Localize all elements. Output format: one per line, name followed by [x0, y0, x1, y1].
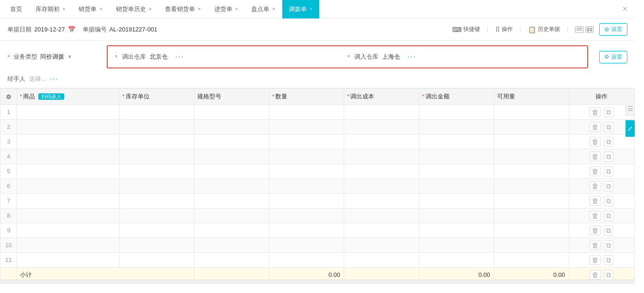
history-btn[interactable]: 📋 历史单据 — [528, 25, 560, 33]
row-cost-3[interactable] — [344, 134, 419, 149]
row-goods-7[interactable] — [17, 194, 120, 208]
tab-sales-history-close[interactable]: × — [149, 6, 152, 12]
row-goods-6[interactable] — [17, 179, 120, 194]
row-cost-1[interactable] — [344, 105, 419, 120]
copy-icon-1[interactable]: ⧉ — [604, 107, 614, 117]
row-cost-7[interactable] — [344, 194, 419, 208]
tab-transfer-close[interactable]: × — [310, 6, 312, 12]
tab-view-sales[interactable]: 查看销货单 × — [158, 0, 207, 18]
handler-more[interactable]: ··· — [50, 75, 59, 83]
copy-icon-3[interactable]: ⧉ — [604, 137, 614, 147]
out-warehouse-more[interactable]: ··· — [175, 53, 184, 61]
delete-icon-2[interactable]: 🗑 — [589, 122, 601, 132]
view-toggle-list[interactable] — [575, 26, 583, 33]
tab-purchase-order[interactable]: 进货单 × — [208, 0, 245, 18]
tab-view-sales-close[interactable]: × — [198, 6, 200, 12]
tab-sales-order[interactable]: 销货单 × — [72, 0, 109, 18]
in-warehouse-value[interactable]: 上海仓 — [382, 53, 400, 61]
row-cost-11[interactable] — [344, 253, 419, 268]
row-goods-11[interactable] — [17, 253, 120, 268]
delete-icon-1[interactable]: 🗑 — [589, 107, 601, 117]
copy-icon-9[interactable]: ⧉ — [604, 226, 614, 236]
subtotal-copy-icon[interactable]: ⧉ — [604, 270, 614, 280]
shortcuts-btn[interactable]: ⌨ 快捷键 — [452, 25, 480, 33]
row-qty-4[interactable] — [269, 149, 344, 164]
biz-type-dropdown[interactable]: 同价调拨 ▼ — [40, 53, 96, 61]
out-warehouse-value[interactable]: 北京仓 — [150, 53, 168, 61]
in-warehouse-more[interactable]: ··· — [407, 53, 416, 61]
row-goods-9[interactable] — [17, 223, 120, 238]
row-cost-4[interactable] — [344, 149, 419, 164]
tab-inventory-close[interactable]: × — [272, 6, 275, 12]
row-cost-5[interactable] — [344, 164, 419, 179]
delete-icon-4[interactable]: 🗑 — [589, 152, 601, 161]
doc-date-value[interactable]: 2019-12-27 — [34, 26, 65, 33]
column-settings-icon[interactable]: ⚙ — [6, 93, 12, 100]
copy-icon-11[interactable]: ⧉ — [604, 255, 614, 265]
row-qty-9[interactable] — [269, 223, 344, 238]
delete-icon-3[interactable]: 🗑 — [589, 137, 601, 146]
delete-icon-10[interactable]: 🗑 — [589, 240, 601, 250]
copy-icon-2[interactable]: ⧉ — [604, 122, 614, 132]
tab-transfer-label: 调拨单 — [289, 5, 307, 13]
row-qty-6[interactable] — [269, 179, 344, 194]
table-row: 9 🗑 ⧉ — [0, 223, 635, 238]
copy-icon-8[interactable]: ⧉ — [604, 211, 614, 221]
row-goods-10[interactable] — [17, 238, 120, 253]
row-cost-8[interactable] — [344, 208, 419, 223]
horizontal-scrollbar[interactable] — [0, 280, 635, 284]
sidebar-expand-icon[interactable]: ⤢ — [626, 120, 635, 137]
warehouse-box: * 调出仓库 北京仓 ··· * 调入仓库 上海仓 ··· — [107, 45, 588, 68]
row-unit-6 — [119, 179, 194, 194]
copy-icon-7[interactable]: ⧉ — [604, 196, 614, 206]
row-qty-5[interactable] — [269, 164, 344, 179]
row-qty-10[interactable] — [269, 238, 344, 253]
row-qty-7[interactable] — [269, 194, 344, 208]
tab-sales-history[interactable]: 销货单历史 × — [109, 0, 158, 18]
row-goods-2[interactable] — [17, 120, 120, 134]
tab-purchase-order-close[interactable]: × — [235, 6, 238, 12]
delete-icon-11[interactable]: 🗑 — [589, 255, 601, 265]
tab-sales-order-close[interactable]: × — [99, 6, 102, 12]
row-qty-8[interactable] — [269, 208, 344, 223]
row-goods-8[interactable] — [17, 208, 120, 223]
doc-no-value: AL-20191227-001 — [109, 26, 158, 33]
row-goods-5[interactable] — [17, 164, 120, 179]
row-cost-10[interactable] — [344, 238, 419, 253]
row-qty-3[interactable] — [269, 134, 344, 149]
tab-transfer[interactable]: 调拨单 × — [282, 0, 319, 18]
row-cost-2[interactable] — [344, 120, 419, 134]
delete-icon-9[interactable]: 🗑 — [589, 226, 601, 235]
delete-icon-5[interactable]: 🗑 — [589, 166, 601, 176]
row-qty-1[interactable] — [269, 105, 344, 120]
subtotal-delete-icon[interactable]: 🗑 — [589, 270, 601, 280]
copy-icon-5[interactable]: ⧉ — [604, 166, 614, 177]
view-toggle-grid[interactable] — [585, 26, 594, 33]
settings-btn[interactable]: ⚙ 设置 — [599, 23, 627, 36]
delete-icon-7[interactable]: 🗑 — [589, 196, 601, 206]
copy-icon-6[interactable]: ⧉ — [604, 181, 614, 191]
tab-home[interactable]: 首页 — [4, 0, 29, 18]
row-goods-3[interactable] — [17, 134, 120, 149]
row-cost-9[interactable] — [344, 223, 419, 238]
warehouse-settings-btn[interactable]: ⚙ 设置 — [599, 51, 627, 63]
tab-bar-close-btn[interactable]: × — [619, 4, 631, 14]
delete-icon-8[interactable]: 🗑 — [589, 211, 601, 220]
row-ops-4: 🗑 ⧉ — [569, 149, 634, 164]
delete-icon-6[interactable]: 🗑 — [589, 181, 601, 191]
copy-icon-4[interactable]: ⧉ — [604, 152, 614, 162]
tab-inventory[interactable]: 盘点单 × — [245, 0, 282, 18]
tab-initial-stock[interactable]: 库存期初 × — [29, 0, 72, 18]
row-qty-11[interactable] — [269, 253, 344, 268]
tab-initial-stock-close[interactable]: × — [62, 6, 65, 12]
calendar-icon[interactable]: 📅 — [68, 26, 75, 33]
row-goods-1[interactable] — [17, 105, 120, 120]
copy-icon-10[interactable]: ⧉ — [604, 240, 614, 250]
row-qty-2[interactable] — [269, 120, 344, 134]
operations-btn[interactable]: ⠿ 操作 — [495, 25, 513, 33]
row-goods-4[interactable] — [17, 149, 120, 164]
scan-badge[interactable]: 扫码录入 — [38, 93, 64, 100]
handler-select[interactable]: 选择... — [29, 75, 46, 83]
th-gear[interactable]: ⚙ — [0, 89, 17, 105]
row-cost-6[interactable] — [344, 179, 419, 194]
